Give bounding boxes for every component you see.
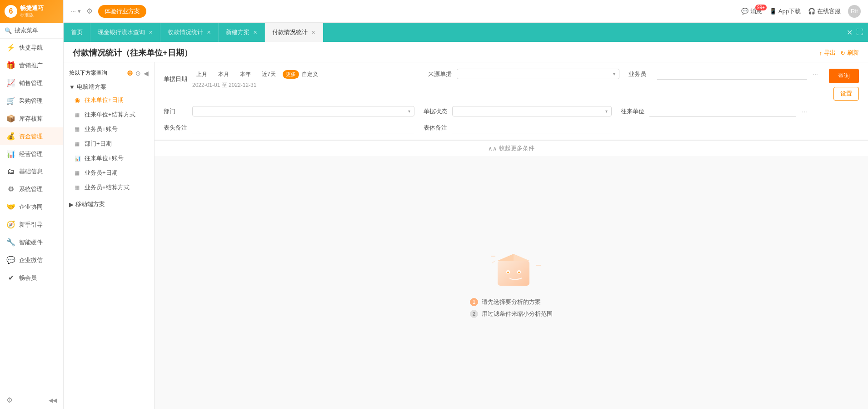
system-icon: ⚙ (6, 185, 15, 193)
doc-status-field: 单据状态 ▾ (424, 106, 612, 116)
sidebar-item-label: 经营管理 (19, 150, 43, 158)
tab-receipts[interactable]: 收款情况统计 ✕ (160, 23, 219, 42)
address-dropdown-icon[interactable]: ▾ (78, 8, 81, 15)
scheme-item-dept-date[interactable]: ▦ 部门+日期 (64, 136, 154, 151)
unit-account-icon: 📊 (75, 156, 82, 162)
user-avatar[interactable]: Rit (848, 5, 861, 18)
source-field: 来源单据 ▾ (428, 69, 619, 79)
table-body-note-input[interactable] (452, 122, 612, 133)
finance-icon: 💰 (6, 132, 15, 141)
staff-settle-label: 业务员+结算方式 (85, 183, 130, 192)
sidebar-item-inventory[interactable]: 📦 库存核算 (0, 110, 63, 127)
sidebar-item-label: 企业协同 (19, 203, 43, 211)
sidebar-item-label: 采购管理 (19, 97, 43, 105)
sidebar-item-hardware[interactable]: 🔧 智能硬件 (0, 233, 63, 251)
svg-rect-0 (498, 261, 529, 286)
date-more-button[interactable]: 更多 (283, 70, 299, 79)
date-btn-7days[interactable]: 近7天 (258, 69, 280, 80)
sidebar-collapse-icon[interactable]: ◀◀ (49, 397, 57, 404)
scheme-mobile-section[interactable]: ▶ 移动端方案 (64, 198, 154, 210)
tab-payments[interactable]: 付款情况统计 ✕ (265, 23, 323, 42)
staff-label: 业务员 (629, 70, 653, 78)
tab-close-all-icon[interactable]: ✕ (847, 28, 853, 37)
sidebar-item-finance[interactable]: 💰 资金管理 (0, 127, 63, 145)
online-service-button[interactable]: 🎧 在线客服 (808, 7, 841, 15)
date-custom-button[interactable]: 自定义 (302, 71, 318, 78)
search-icon: 🔍 (5, 27, 12, 34)
sidebar-item-corp[interactable]: 🤝 企业协同 (0, 198, 63, 216)
tab-home-label: 首页 (71, 28, 83, 36)
tab-receipts-close-icon[interactable]: ✕ (207, 30, 211, 35)
sidebar-item-guide[interactable]: 🧭 新手引导 (0, 216, 63, 233)
scheme-item-unit-date[interactable]: ◉ 往来单位+日期 (64, 93, 154, 107)
sidebar-item-sales[interactable]: 📈 销售管理 (0, 74, 63, 92)
topbar-settings-icon[interactable]: ⚙ (86, 7, 93, 15)
sidebar-item-vip[interactable]: ✔ 畅会员 (0, 269, 63, 287)
trial-button[interactable]: 体验行业方案 (98, 5, 146, 18)
tab-receipts-label: 收款情况统计 (168, 28, 203, 36)
query-button[interactable]: 查询 (829, 69, 859, 83)
staff-ellipsis-icon[interactable]: ··· (811, 71, 820, 78)
sidebar-item-purchase[interactable]: 🛒 采购管理 (0, 92, 63, 110)
scheme-item-unit-account[interactable]: 📊 往来单位+账号 (64, 151, 154, 166)
desktop-section-label: 电脑端方案 (77, 83, 106, 91)
table-header-note-input[interactable] (192, 122, 414, 133)
sidebar-item-weixin[interactable]: 💬 企业微信 (0, 251, 63, 269)
sidebar-bottom: ⚙ ◀◀ (0, 391, 63, 409)
topbar-left: ··· ▾ ⚙ 体验行业方案 (71, 5, 146, 18)
staff-settle-icon: ▦ (75, 184, 82, 191)
mobile-section-arrow: ▶ (69, 201, 74, 208)
page-header: 付款情况统计（往来单位+日期） ↑ 导出 ↻ 刷新 (64, 42, 868, 62)
dept-select[interactable]: ▾ (192, 106, 414, 116)
tab-payments-close-icon[interactable]: ✕ (311, 30, 315, 35)
sidebar-item-marketing[interactable]: 🎁 营销推广 (0, 56, 63, 74)
tab-cash-flow-label: 现金银行流水查询 (98, 28, 145, 36)
app-download-button[interactable]: 📱 App下载 (769, 7, 801, 15)
related-unit-input[interactable] (649, 106, 796, 117)
doc-status-select[interactable]: ▾ (452, 106, 612, 116)
scheme-item-staff-settle[interactable]: ▦ 业务员+结算方式 (64, 180, 154, 195)
empty-illustration (489, 247, 543, 293)
scheme-item-unit-settle[interactable]: ▦ 往来单位+结算方式 (64, 107, 154, 122)
date-btn-this-year[interactable]: 本年 (236, 69, 255, 80)
settings-button[interactable]: 设置 (833, 87, 859, 101)
sidebar-settings-icon[interactable]: ⚙ (6, 396, 13, 404)
query-actions: 查询 设置 (829, 69, 859, 101)
staff-input[interactable] (657, 69, 808, 80)
mobile-section-label: 移动端方案 (75, 200, 105, 208)
staff-date-label: 业务员+日期 (85, 169, 118, 177)
search-menu[interactable]: 🔍 搜索菜单 (0, 23, 63, 39)
export-button[interactable]: ↑ 导出 (819, 49, 836, 57)
scheme-settings-icon[interactable]: ⊙ (135, 70, 141, 77)
filter-row-2: 部门 ▾ 单据状态 ▾ (164, 106, 859, 117)
tab-cash-flow[interactable]: 现金银行流水查询 ✕ (90, 23, 160, 42)
date-btn-last-month[interactable]: 上月 (192, 69, 211, 80)
related-unit-ellipsis-icon[interactable]: ··· (800, 108, 809, 115)
scheme-item-staff-account[interactable]: ▦ 业务员+账号 (64, 122, 154, 136)
source-select[interactable]: ▾ (457, 69, 619, 79)
scheme-desktop-section[interactable]: ▼ 电脑端方案 (64, 81, 154, 93)
tab-cash-flow-close-icon[interactable]: ✕ (149, 30, 153, 35)
hint-1-text: 请先选择要分析的方案 (482, 298, 541, 306)
sidebar-item-quick-nav[interactable]: ⚡ 快捷导航 (0, 39, 63, 56)
scheme-add-icon[interactable]: ⊕ (127, 69, 133, 77)
date-btn-this-month[interactable]: 本月 (214, 69, 233, 80)
scheme-item-staff-date[interactable]: ▦ 业务员+日期 (64, 166, 154, 180)
messages-button[interactable]: 💬 消息 99+ (741, 7, 762, 15)
address-text: ··· (71, 8, 76, 15)
date-field: 单据日期 上月 本月 本年 近7天 更多 自定义 20 (164, 69, 419, 89)
sidebar-item-operation[interactable]: 📊 经营管理 (0, 145, 63, 163)
table-header-note-label: 表头备注 (164, 124, 189, 132)
tab-home[interactable]: 首页 (64, 23, 90, 42)
date-range-buttons: 上月 本月 本年 近7天 更多 自定义 (192, 69, 318, 80)
scheme-collapse-icon[interactable]: ◀ (144, 70, 149, 77)
sidebar-nav: ⚡ 快捷导航 🎁 营销推广 📈 销售管理 🛒 采购管理 📦 库存核算 💰 资金管… (0, 39, 63, 391)
tab-maximize-icon[interactable]: ⛶ (856, 28, 863, 36)
tab-new-scheme-close-icon[interactable]: ✕ (253, 30, 257, 35)
collapse-bar[interactable]: ∧∧ 收起更多条件 (155, 140, 868, 156)
tab-new-scheme[interactable]: 新建方案 ✕ (219, 23, 265, 42)
sidebar-item-basic[interactable]: 🗂 基础信息 (0, 163, 63, 180)
sidebar-logo: 6 畅捷通巧 标准版 (0, 0, 63, 23)
sidebar-item-system[interactable]: ⚙ 系统管理 (0, 180, 63, 198)
refresh-button[interactable]: ↻ 刷新 (840, 49, 859, 57)
